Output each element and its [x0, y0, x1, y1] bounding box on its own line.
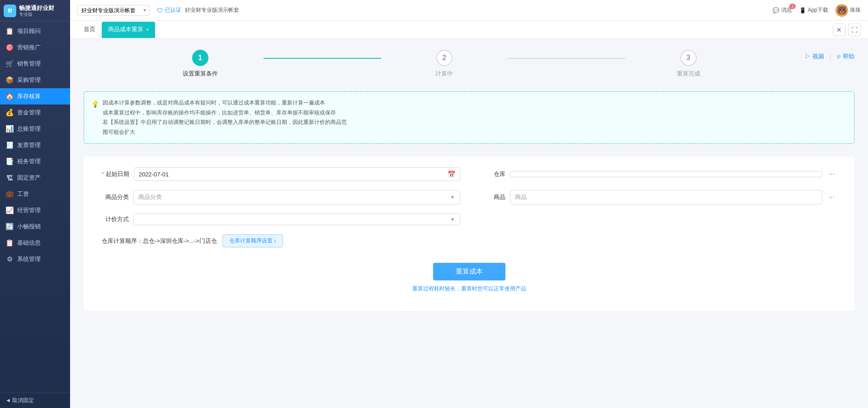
sidebar-item-system[interactable]: ⚙ 系统管理	[0, 251, 70, 267]
sidebar-item-sales[interactable]: 🛒 销售管理	[0, 56, 70, 72]
steps-section: 1 设置重算条件 2 计算中 3	[84, 50, 854, 78]
sidebar-item-basic[interactable]: 📋 基础信息	[0, 235, 70, 251]
step-3-label: 重算完成	[677, 70, 700, 78]
recalc-button[interactable]: 重算成本	[433, 263, 505, 280]
message-icon: 💬	[773, 7, 779, 14]
warehouse-label: 仓库	[478, 170, 505, 178]
invoice-icon: 🧾	[5, 141, 14, 149]
content-area: 1 设置重算条件 2 计算中 3	[70, 39, 868, 408]
sidebar-item-purchase[interactable]: 📦 采购管理	[0, 72, 70, 88]
step-connector-2-3	[508, 58, 625, 59]
product-placeholder: 商品	[515, 193, 817, 201]
start-date-label: 起始日期	[102, 170, 129, 178]
topbar-actions: 💬 消息 1 📱 App下载 🐻 珠珠	[773, 4, 861, 17]
sidebar-item-label: 固定资产	[17, 174, 41, 182]
phone-icon: 📱	[799, 7, 806, 14]
sidebar-unpin-button[interactable]: ◄ 取消固定	[0, 393, 70, 408]
sidebar-item-inventory[interactable]: 🏠 库存核算	[0, 88, 70, 104]
app-edition: 专业版	[19, 12, 54, 17]
info-line-1: 因成本计算参数调整，或是对商品成本有疑问时，可以通过成本重算功能，重新计算一遍成…	[103, 98, 347, 108]
form-row-2: 商品分类 商品分类 ▼ 商品 商品 ···	[102, 190, 836, 204]
chevron-right-icon: ›	[274, 238, 276, 244]
sidebar-item-accounting[interactable]: 📊 总账管理	[0, 121, 70, 137]
warehouse-input[interactable]	[510, 171, 822, 177]
sidebar-item-project[interactable]: 📋 项目顾问	[0, 23, 70, 39]
sidebar-item-tax[interactable]: 📑 税务管理	[0, 153, 70, 170]
steps-help-area: ▷ 视频 | ⊙ 帮助	[805, 50, 854, 61]
salary-icon: 💼	[5, 190, 14, 198]
avatar: 🐻	[835, 4, 848, 17]
inventory-icon: 🏠	[5, 92, 14, 100]
tab-cost-recalc[interactable]: 商品成本重算 ×	[102, 22, 155, 38]
sidebar-item-label: 发票管理	[17, 141, 41, 149]
sidebar-item-marketing[interactable]: 🎯 营销推广	[0, 39, 70, 56]
pricing-chevron-icon: ▼	[450, 217, 455, 222]
sidebar-footer-label: ◄ 取消固定	[5, 397, 34, 404]
product-field: 商品 商品 ···	[478, 190, 837, 204]
user-avatar-area[interactable]: 🐻 珠珠	[835, 4, 861, 17]
sidebar-item-salary[interactable]: 💼 工资	[0, 186, 70, 202]
account-selector-area: 好业财专业版演示帐套 ▼	[77, 5, 150, 16]
category-placeholder: 商品分类	[138, 193, 450, 201]
sidebar-logo: 财 畅捷通好业财 专业版	[0, 0, 70, 21]
sidebar-item-label: 经营管理	[17, 206, 41, 214]
tab-home[interactable]: 首页	[77, 22, 102, 38]
form-row-1: 起始日期 2022-07-01 📅 仓库 ···	[102, 167, 836, 181]
account-selector[interactable]: 好业财专业版演示帐套	[77, 5, 150, 16]
calendar-icon[interactable]: 📅	[448, 171, 455, 178]
product-more-button[interactable]: ···	[827, 191, 836, 203]
start-date-value: 2022-07-01	[139, 171, 445, 178]
product-input[interactable]: 商品	[510, 190, 822, 204]
close-panel-button[interactable]: ✕	[833, 24, 845, 36]
app-name: 畅捷通好业财	[19, 5, 54, 12]
recalc-section: 重算成本 重算过程耗时较长，重算时您可以正常使用产品	[102, 258, 836, 297]
sidebar-item-assets[interactable]: 🏗 固定资产	[0, 170, 70, 186]
sidebar-item-label: 总账管理	[17, 125, 41, 133]
warehouse-order-section: 仓库计算顺序：总仓->深圳仓库->...->门店仓 仓库计算顺序设置 ›	[102, 234, 836, 247]
step-2: 2 计算中	[381, 50, 508, 78]
project-icon: 📋	[5, 27, 14, 35]
tab-close-button[interactable]: ×	[146, 27, 149, 32]
sidebar-item-expense[interactable]: 🔄 小畅报销	[0, 218, 70, 235]
tabbar-right-buttons: ✕ ⛶	[833, 24, 861, 36]
tab-cost-recalc-label: 商品成本重算	[108, 25, 143, 33]
warehouse-more-button[interactable]: ···	[827, 168, 836, 180]
sidebar-item-finance[interactable]: 💰 资金管理	[0, 104, 70, 121]
sidebar-item-label: 营销推广	[17, 43, 41, 52]
start-date-input[interactable]: 2022-07-01 📅	[134, 167, 460, 181]
video-link[interactable]: ▷ 视频	[805, 52, 824, 61]
main-area: 好业财专业版演示帐套 ▼ 🛡 已认证 好业财专业版演示帐套 💬 消息 1 📱 A…	[70, 0, 868, 408]
system-icon: ⚙	[5, 255, 14, 263]
sidebar: 财 畅捷通好业财 专业版 📋 项目顾问 🎯 营销推广 🛒 销售管理 📦 采购管理…	[0, 0, 70, 408]
sidebar-nav: 📋 项目顾问 🎯 营销推广 🛒 销售管理 📦 采购管理 🏠 库存核算 💰 资金管…	[0, 21, 70, 393]
product-label: 商品	[478, 193, 505, 201]
sidebar-item-label: 资金管理	[17, 109, 41, 117]
sidebar-item-label: 库存核算	[17, 92, 41, 100]
basic-icon: 📋	[5, 239, 14, 247]
sidebar-item-label: 销售管理	[17, 60, 41, 68]
message-button[interactable]: 💬 消息 1	[773, 6, 792, 14]
category-label: 商品分类	[102, 193, 129, 201]
sidebar-item-label: 项目顾问	[17, 27, 41, 35]
warehouse-order-label: 仓库计算顺序：总仓->深圳仓库->...->门店仓	[102, 237, 217, 245]
sidebar-item-invoice[interactable]: 🧾 发票管理	[0, 137, 70, 153]
pricing-label: 计价方式	[102, 215, 129, 223]
expand-panel-button[interactable]: ⛶	[848, 24, 861, 36]
tabbar: 首页 商品成本重算 × ✕ ⛶	[70, 21, 868, 39]
category-select[interactable]: 商品分类 ▼	[133, 190, 460, 204]
expand-icon: ⛶	[851, 26, 858, 33]
verified-label: 已认证	[165, 6, 181, 14]
pricing-select[interactable]: ▼	[133, 213, 460, 225]
warehouse-order-settings-button[interactable]: 仓库计算顺序设置 ›	[222, 234, 283, 247]
help-link[interactable]: ⊙ 帮助	[836, 52, 854, 61]
sidebar-item-operation[interactable]: 📈 经营管理	[0, 202, 70, 218]
chevron-down-icon: ▼	[450, 195, 455, 200]
app-download-button[interactable]: 📱 App下载	[799, 6, 828, 14]
step-1-label: 设置重算条件	[183, 70, 218, 78]
accounting-icon: 📊	[5, 125, 14, 133]
assets-icon: 🏗	[5, 174, 14, 182]
sidebar-item-label: 基础信息	[17, 239, 41, 247]
info-box: 💡 因成本计算参数调整，或是对商品成本有疑问时，可以通过成本重算功能，重新计算一…	[84, 91, 854, 144]
purchase-icon: 📦	[5, 76, 14, 84]
tax-icon: 📑	[5, 157, 14, 166]
